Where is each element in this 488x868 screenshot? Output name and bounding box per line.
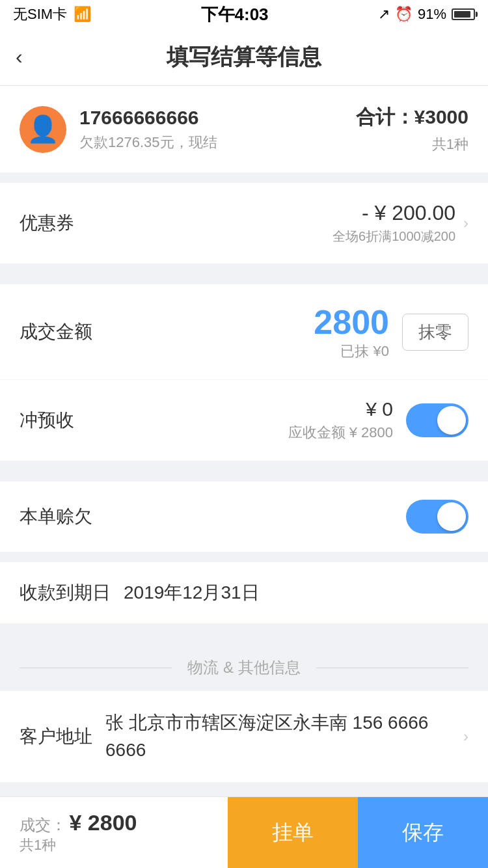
footer-info: 成交： ¥ 2800 共1种 [0,797,228,868]
footer-deal-label: 成交： [20,816,66,834]
battery-fill [454,11,470,18]
prepay-sub: 应收金额 ¥ 2800 [288,423,393,442]
status-bar: 无SIM卡 📶 下午4:03 ↗ ⏰ 91% [0,0,488,29]
coupon-row[interactable]: 优惠券 - ¥ 200.00 全场6折满1000减200 › [0,183,488,264]
credit-label: 本单赊欠 [20,504,92,529]
customer-info: 17666666666 欠款1276.35元，现结 [79,107,217,152]
wifi-icon: 📶 [74,6,91,23]
prepay-row: 冲预收 ¥ 0 应收金额 ¥ 2800 [0,380,488,461]
page-title: 填写结算等信息 [167,42,321,72]
divider-line-right [316,668,468,668]
address-chevron-icon: › [463,727,468,746]
footer-amount-row: 成交： ¥ 2800 [20,810,208,835]
customer-phone: 17666666666 [79,107,217,129]
prepay-label: 冲预收 [20,408,74,433]
address-value: 张 北京市市辖区海淀区永丰南 156 6666 6666 [105,709,455,764]
coupon-chevron-icon: › [463,214,468,232]
coupon-right: - ¥ 200.00 全场6折满1000减200 › [332,201,468,245]
deal-value-group: 2800 已抹 ¥0 抹零 [314,303,468,361]
prepay-toggle[interactable] [406,403,468,437]
deal-label: 成交金额 [20,319,92,344]
address-label: 客户地址 [20,724,92,749]
save-button[interactable]: 保存 [358,797,488,868]
avatar-icon: 👤 [27,114,59,144]
coupon-label: 优惠券 [20,211,74,236]
prepay-right: ¥ 0 应收金额 ¥ 2800 [288,398,468,442]
deal-amount-group: 2800 已抹 ¥0 [314,303,389,361]
credit-toggle[interactable] [406,500,468,534]
back-button[interactable]: ‹ [16,45,23,69]
footer: 成交： ¥ 2800 共1种 挂单 保存 [0,796,488,868]
total-amount: 合计：¥3000 [356,104,468,131]
customer-total: 合计：¥3000 共1种 [356,104,468,154]
address-row[interactable]: 客户地址 张 北京市市辖区海淀区永丰南 156 6666 6666 › [0,691,488,782]
credit-toggle-knob [437,502,466,531]
status-time: 下午4:03 [201,3,269,26]
toggle-knob [437,406,466,435]
customer-left: 👤 17666666666 欠款1276.35元，现结 [20,106,217,153]
footer-amount: ¥ 2800 [69,810,137,835]
deal-row: 成交金额 2800 已抹 ¥0 抹零 [0,284,488,380]
total-count: 共1种 [356,135,468,154]
total-label: 合计： [356,106,414,128]
customer-debt: 欠款1276.35元，现结 [79,133,217,152]
battery-bar [452,8,475,20]
deal-sub: 已抹 ¥0 [314,342,389,361]
battery-percent: 91% [418,6,446,23]
coupon-discount: - ¥ 200.00 全场6折满1000减200 [332,201,455,245]
deal-amount: 2800 [314,303,389,341]
separator-1 [0,274,488,284]
duedate-label: 收款到期日 [20,580,111,605]
carrier-text: 无SIM卡 [13,5,67,24]
status-right: ↗ ⏰ 91% [378,6,475,23]
total-value: ¥3000 [414,106,468,128]
prepay-amount: ¥ 0 [288,398,393,420]
duedate-value: 2019年12月31日 [124,580,260,605]
logistics-label: 物流 & 其他信息 [172,657,316,678]
duedate-row: 收款到期日 2019年12月31日 [0,562,488,623]
customer-card: 👤 17666666666 欠款1276.35元，现结 合计：¥3000 共1种 [0,86,488,172]
status-left: 无SIM卡 📶 [13,5,91,24]
footer-count: 共1种 [20,835,208,855]
credit-row: 本单赊欠 [0,481,488,552]
avatar: 👤 [20,106,66,153]
content: 👤 17666666666 欠款1276.35元，现结 合计：¥3000 共1种… [0,86,488,860]
alarm-icon: ⏰ [395,6,413,23]
nav-header: ‹ 填写结算等信息 [0,29,488,86]
round-button[interactable]: 抹零 [402,314,468,351]
coupon-amount: - ¥ 200.00 [332,201,455,225]
separator-3 [0,634,488,644]
divider-line-left [20,668,172,668]
pending-button[interactable]: 挂单 [228,797,358,868]
location-icon: ↗ [378,6,390,23]
coupon-desc: 全场6折满1000减200 [332,228,455,245]
separator-2 [0,471,488,481]
prepay-value-block: ¥ 0 应收金额 ¥ 2800 [288,398,393,442]
deal-section: 成交金额 2800 已抹 ¥0 抹零 冲预收 ¥ 0 应收金额 ¥ 2800 [0,284,488,461]
logistics-divider: 物流 & 其他信息 [0,644,488,691]
